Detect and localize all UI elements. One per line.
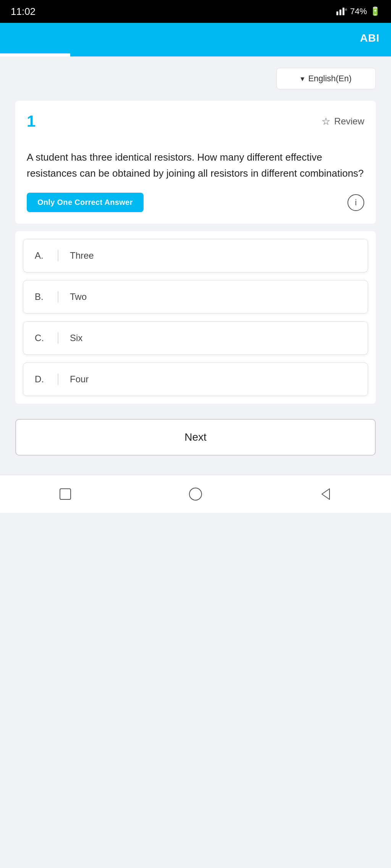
- svg-rect-0: [336, 11, 338, 15]
- nav-home-button[interactable]: [57, 486, 74, 502]
- option-b-divider: [58, 291, 58, 303]
- badge-row: Only One Correct Answer i: [27, 193, 364, 212]
- next-button[interactable]: Next: [15, 419, 376, 456]
- full-content: ▾ English(En) 1 ☆ Review A student has t…: [0, 56, 391, 839]
- option-b[interactable]: B. Two: [23, 280, 368, 314]
- svg-text:4G: 4G: [345, 8, 347, 11]
- app-bar: ABI: [0, 23, 391, 53]
- option-a-text: Three: [70, 250, 94, 261]
- review-button[interactable]: ☆ Review: [322, 116, 364, 127]
- option-d-divider: [58, 374, 58, 385]
- signal-icon: 4G: [336, 6, 347, 17]
- nav-back-button[interactable]: [317, 486, 334, 502]
- language-selector[interactable]: ▾ English(En): [276, 68, 376, 89]
- nav-circle-button[interactable]: [187, 486, 204, 502]
- question-number: 1: [27, 112, 36, 130]
- question-text: A student has three identical resistors.…: [27, 150, 364, 181]
- status-icons: 4G 74% 🔋: [336, 6, 380, 17]
- option-d[interactable]: D. Four: [23, 362, 368, 396]
- option-c-letter: C.: [35, 333, 46, 343]
- progress-bar-fill: [0, 53, 70, 56]
- review-label: Review: [334, 116, 364, 127]
- progress-bar-container: [0, 53, 391, 56]
- option-a-divider: [58, 250, 58, 261]
- question-card: 1 ☆ Review A student has three identical…: [15, 101, 376, 224]
- option-c-text: Six: [70, 333, 82, 343]
- star-icon: ☆: [322, 116, 330, 127]
- status-time: 11:02: [11, 6, 36, 18]
- svg-point-5: [189, 488, 202, 500]
- option-c-divider: [58, 332, 58, 344]
- status-bar: 11:02 4G 74% 🔋: [0, 0, 391, 23]
- option-a[interactable]: A. Three: [23, 239, 368, 272]
- language-selector-row: ▾ English(En): [15, 68, 376, 89]
- chevron-down-icon: ▾: [301, 74, 304, 83]
- info-icon-label: i: [355, 198, 357, 208]
- svg-rect-4: [60, 489, 71, 499]
- option-b-text: Two: [70, 291, 87, 302]
- svg-rect-1: [339, 10, 341, 15]
- svg-marker-6: [322, 489, 330, 499]
- battery-icon: 🔋: [370, 6, 380, 16]
- app-bar-title: ABI: [360, 32, 380, 44]
- option-d-letter: D.: [35, 374, 46, 385]
- bottom-navigation: [0, 475, 391, 513]
- option-a-letter: A.: [35, 250, 46, 261]
- content-area: ▾ English(En) 1 ☆ Review A student has t…: [0, 56, 391, 467]
- language-label: English(En): [308, 74, 352, 84]
- next-button-container: Next: [15, 411, 376, 456]
- svg-rect-2: [343, 8, 344, 15]
- option-c[interactable]: C. Six: [23, 321, 368, 355]
- option-d-text: Four: [70, 374, 89, 385]
- info-icon[interactable]: i: [347, 194, 364, 211]
- option-b-letter: B.: [35, 291, 46, 302]
- answer-type-badge: Only One Correct Answer: [27, 193, 144, 212]
- options-container: A. Three B. Two C. Six D. Four: [15, 231, 376, 404]
- battery-percentage: 74%: [350, 6, 367, 16]
- question-header: 1 ☆ Review: [27, 112, 364, 138]
